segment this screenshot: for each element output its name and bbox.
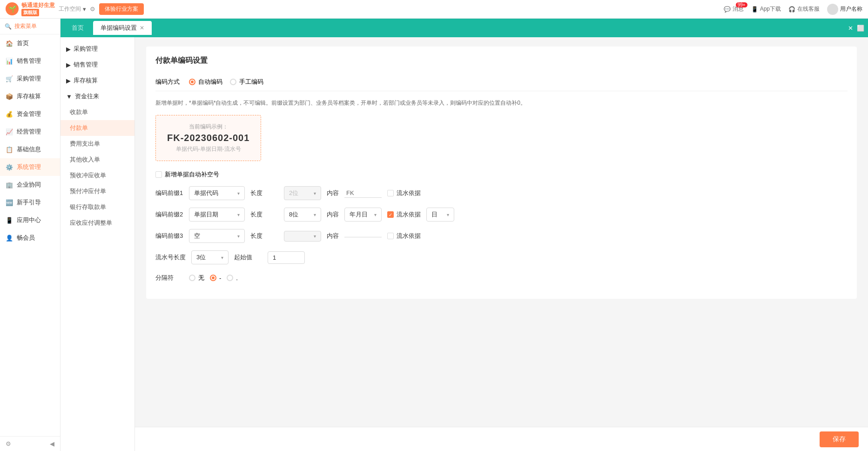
length2-label: 长度 xyxy=(250,210,278,219)
sub-group-capital-header[interactable]: ▼ 资金往来 xyxy=(61,88,135,104)
length1-label: 长度 xyxy=(250,189,278,197)
prefix2-label: 编码前缀2 xyxy=(155,210,183,219)
sidebar-item-purchase[interactable]: 🛒 采购管理 xyxy=(0,70,60,88)
sub-sidebar: ▶ 采购管理 ▶ 销售管理 ▶ 库存核算 xyxy=(61,37,135,451)
content3-value xyxy=(344,235,382,237)
prefix2-select[interactable]: 单据日期 ▾ xyxy=(189,208,245,222)
tab-minimize-icon[interactable]: ✕ xyxy=(848,25,853,32)
content2-select[interactable]: 年月日 ▾ xyxy=(344,208,382,222)
prefix1-select[interactable]: 单据代码 ▾ xyxy=(189,186,245,200)
prefix2-value: 单据日期 xyxy=(194,210,218,219)
tab-encoding[interactable]: 单据编码设置 ✕ xyxy=(93,21,152,35)
sidebar-item-finance[interactable]: 💰 资金管理 xyxy=(0,105,60,123)
separator-none-radio[interactable]: 无 xyxy=(189,274,204,282)
sub-item-bank[interactable]: 银行存取款单 xyxy=(61,199,135,215)
sub-item-expense[interactable]: 费用支出单 xyxy=(61,136,135,152)
sidebar-item-member[interactable]: 👤 畅会员 xyxy=(0,229,60,247)
phone-icon: 📱 xyxy=(751,6,758,13)
encoding-radio-group: 自动编码 手工编码 xyxy=(189,78,263,86)
sub-item-other-income[interactable]: 其他收入单 xyxy=(61,152,135,168)
start-value-input[interactable] xyxy=(268,251,305,264)
service-icon: 🎧 xyxy=(788,6,795,13)
sidebar-item-inventory[interactable]: 📦 库存核算 xyxy=(0,88,60,105)
message-button[interactable]: 💬 消息 99+ xyxy=(724,5,744,13)
prefix1-value: 单据代码 xyxy=(194,189,218,197)
serial-number-row: 流水号长度 3位 ▾ 起始值 xyxy=(155,250,848,264)
tab-maximize-icon[interactable]: ⬜ xyxy=(857,25,864,32)
tab-close-icon[interactable]: ✕ xyxy=(140,25,144,31)
guide-icon: 🆕 xyxy=(6,199,13,206)
sub-group-sales-header[interactable]: ▶ 销售管理 xyxy=(61,57,135,73)
sidebar-item-operation[interactable]: 📈 经营管理 xyxy=(0,123,60,141)
online-service-button[interactable]: 🎧 在线客服 xyxy=(788,5,820,13)
separator-dot-dot xyxy=(227,275,233,281)
chevron-down-icon11: ▾ xyxy=(221,255,223,260)
sidebar-item-home[interactable]: 🏠 首页 xyxy=(0,34,60,52)
serial3-checkbox[interactable]: 流水依据 xyxy=(387,232,421,240)
serial1-checkbox[interactable]: 流水依据 xyxy=(387,189,421,197)
settings-icon[interactable]: ⚙ xyxy=(90,6,95,13)
sub-group-purchase-label: 采购管理 xyxy=(74,45,98,53)
content-area: 首页 单据编码设置 ✕ ✕ ⬜ ▶ 采购管理 xyxy=(61,19,868,451)
length2-select[interactable]: 8位 ▾ xyxy=(284,208,321,222)
length1-select[interactable]: 2位 ▾ xyxy=(284,186,321,200)
logo-title: 畅通道好生意 xyxy=(21,2,55,8)
separator-dash-radio[interactable]: - xyxy=(210,275,221,282)
tab-home[interactable]: 首页 xyxy=(64,21,91,35)
chevron-down-icon4: ▾ xyxy=(314,191,316,196)
search-menu-button[interactable]: 🔍 搜索菜单 xyxy=(0,19,60,34)
avatar-image xyxy=(827,4,838,15)
manual-radio-dot xyxy=(230,79,236,85)
trial-button[interactable]: 体验行业方案 xyxy=(99,3,144,15)
sub-item-prepaid-payable[interactable]: 预付冲应付单 xyxy=(61,183,135,199)
purchase-icon: 🛒 xyxy=(6,75,13,82)
save-button[interactable]: 保存 xyxy=(820,431,859,447)
sidebar-item-guide[interactable]: 🆕 新手引导 xyxy=(0,194,60,211)
auto-encoding-label: 自动编码 xyxy=(198,78,222,86)
auto-encoding-radio[interactable]: 自动编码 xyxy=(189,78,222,86)
sub-item-receipt[interactable]: 收款单 xyxy=(61,104,135,120)
manual-encoding-radio[interactable]: 手工编码 xyxy=(230,78,263,86)
collapse-icon[interactable]: ◀ xyxy=(50,440,54,447)
message-badge: 99+ xyxy=(736,2,747,7)
auto-fill-checkbox[interactable] xyxy=(155,171,162,178)
sub-group-inventory-header[interactable]: ▶ 库存核算 xyxy=(61,73,135,88)
separator-dot-radio[interactable]: . xyxy=(227,275,238,282)
sidebar-item-company[interactable]: 🏢 企业协同 xyxy=(0,176,60,194)
preview-label: 当前编码示例： xyxy=(167,123,249,131)
chevron-right-icon2: ▶ xyxy=(66,61,71,68)
sub-item-payment[interactable]: 付款单 xyxy=(61,120,135,136)
sub-item-payable-adjust[interactable]: 应收应付调整单 xyxy=(61,215,135,231)
sub-group-purchase-header[interactable]: ▶ 采购管理 xyxy=(61,41,135,57)
sidebar-item-sales[interactable]: 📊 销售管理 xyxy=(0,52,60,70)
serial2-label: 流水依据 xyxy=(397,210,421,219)
online-service-label: 在线客服 xyxy=(797,5,820,13)
separator-dot-label: . xyxy=(236,275,238,282)
sidebar-item-basic[interactable]: 📋 基础信息 xyxy=(0,141,60,158)
top-bar-left: 🌱 畅通道好生意 旗舰版 工作空间 ▾ ⚙ 体验行业方案 xyxy=(6,2,144,16)
message-icon: 💬 xyxy=(724,6,731,13)
prefix3-value: 空 xyxy=(194,232,200,240)
sidebar-item-label: 新手引导 xyxy=(17,198,41,207)
sidebar-item-apps[interactable]: 📱 应用中心 xyxy=(0,211,60,229)
prefix3-select[interactable]: 空 ▾ xyxy=(189,229,245,243)
length3-select[interactable]: ▾ xyxy=(284,231,321,242)
sidebar-bottom: ⚙ ◀ xyxy=(0,436,60,451)
chevron-down-icon5: ▾ xyxy=(237,212,240,217)
prefix1-label: 编码前缀1 xyxy=(155,189,183,197)
workspace-dropdown[interactable]: 工作空间 ▾ xyxy=(59,5,86,13)
chevron-down-icon7: ▾ xyxy=(374,212,377,217)
sidebar-item-label: 采购管理 xyxy=(17,74,41,83)
serial2-period-select[interactable]: 日 ▾ xyxy=(426,208,454,222)
user-avatar[interactable]: 用户名称 xyxy=(827,4,862,15)
sub-item-prepaid-receivable[interactable]: 预收冲应收单 xyxy=(61,168,135,183)
main-layout: 🔍 搜索菜单 🏠 首页 📊 销售管理 🛒 采购管理 📦 库存核算 💰 资金管理 … xyxy=(0,19,868,451)
serial2-checkbox[interactable]: ✓ 流水依据 xyxy=(387,210,421,219)
bottom-bar: 保存 xyxy=(135,427,868,451)
serial-length-select[interactable]: 3位 ▾ xyxy=(191,250,229,264)
chevron-down-icon3: ▾ xyxy=(237,191,240,196)
sidebar-item-system[interactable]: ⚙️ 系统管理 xyxy=(0,158,60,176)
app-download-button[interactable]: 📱 App下载 xyxy=(751,5,781,13)
inventory-icon: 📦 xyxy=(6,93,13,100)
settings-bottom-icon[interactable]: ⚙ xyxy=(6,440,11,447)
